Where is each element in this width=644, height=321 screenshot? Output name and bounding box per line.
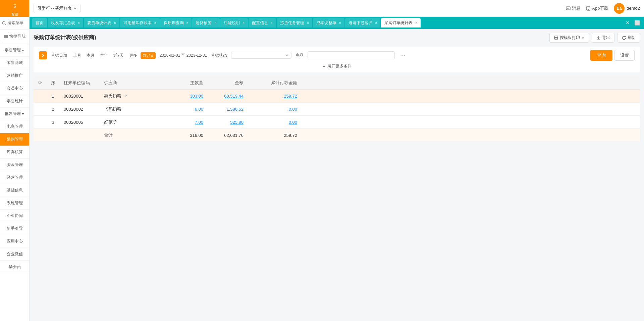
sidebar: 6 标题 搜索菜单 快捷导航 零售管理 ▲ 零售商城 营销推广 会员中心 零售统…	[0, 0, 30, 321]
user-avatar: Ea	[614, 3, 625, 14]
tab-close-icon[interactable]: ×	[114, 21, 116, 25]
settings-button[interactable]: 设置	[614, 50, 635, 61]
tab-close-icon[interactable]: ×	[78, 21, 80, 25]
tab-close-icon[interactable]: ×	[375, 21, 377, 25]
date-filter-label: 单据日期	[51, 53, 67, 58]
td-main-qty[interactable]: 303.00	[167, 90, 207, 103]
supplier-name: 惠氏奶粉	[104, 93, 121, 98]
tab-overstock-alert[interactable]: 超储预警 ×	[192, 18, 220, 28]
td-paid-amount[interactable]: 0.00	[248, 103, 301, 116]
td-paid-amount[interactable]: 259.72	[248, 90, 301, 103]
svg-rect-5	[4, 36, 8, 37]
sidebar-item-enterprise-coop[interactable]: 企业协同	[0, 210, 29, 222]
sidebar-item-purchase-mgmt[interactable]: 采购管理	[0, 133, 29, 146]
query-button[interactable]: 查询	[590, 50, 612, 61]
sidebar-item-inventory[interactable]: 库存核算	[0, 146, 29, 159]
tab-purchase-order-stats[interactable]: 采购订单统计表 ×	[381, 18, 421, 28]
message-button[interactable]: 消息	[566, 5, 581, 11]
table-row[interactable]: 1 00020001 惠氏奶粉 303.00 60,519.44 259.72	[34, 90, 640, 103]
sidebar-item-marketing[interactable]: 营销推广	[0, 69, 29, 82]
expand-icon	[322, 64, 326, 68]
td-amount[interactable]: 525.80	[207, 116, 248, 129]
user-menu[interactable]: Ea demo2	[614, 3, 640, 14]
expand-more-button[interactable]: 展开更多条件	[322, 63, 352, 69]
date-custom-btn[interactable]: 自定义	[141, 52, 156, 59]
tab-pick-task[interactable]: 拣货任务管理 ×	[277, 18, 312, 28]
date-last-month-btn[interactable]: 上月	[71, 52, 83, 59]
tab-close-icon[interactable]: ×	[415, 21, 417, 25]
tabbar: 首页 收发存汇总表 × 要货单统计表 × 可用量库存账本 × 保质期查询 × 超…	[30, 17, 644, 29]
sidebar-item-system-mgmt[interactable]: 系统管理	[0, 197, 29, 210]
tab-home[interactable]: 首页	[32, 18, 47, 28]
sidebar-item-retail-shop[interactable]: 零售商城	[0, 57, 29, 69]
chevron-right-icon	[41, 53, 45, 57]
tab-close-icon[interactable]: ×	[271, 21, 273, 25]
date-this-year-btn[interactable]: 本年	[98, 52, 110, 59]
tab-available-stock[interactable]: 可用量库存账本 ×	[120, 18, 160, 28]
date-7days-btn[interactable]: 近7天	[111, 52, 126, 59]
sidebar-item-operations[interactable]: 经营管理	[0, 171, 29, 184]
td-code-summary	[60, 129, 100, 142]
tab-close-icon[interactable]: ×	[339, 21, 341, 25]
quick-nav-button[interactable]: 快捷导航	[2, 31, 27, 42]
tab-label: 要货单统计表	[87, 20, 111, 26]
sidebar-item-retail-stats[interactable]: 零售统计	[0, 95, 29, 108]
tab-goods-stats[interactable]: 要货单统计表 ×	[84, 18, 119, 28]
tab-receive-summary[interactable]: 收发存汇总表 ×	[48, 18, 83, 28]
sidebar-item-app-center[interactable]: 应用中心	[0, 235, 29, 248]
sidebar-item-enterprise-wechat[interactable]: 企业微信	[0, 248, 29, 261]
topbar: 母婴行业演示账套 消息 App下载 Ea demo2	[30, 0, 644, 17]
tab-function-desc[interactable]: 功能说明 ×	[220, 18, 248, 28]
td-amount[interactable]: 60,519.44	[207, 90, 248, 103]
tab-close-icon[interactable]: ×	[214, 21, 216, 25]
more-options-button[interactable]: ···	[399, 52, 407, 59]
tab-maximize-button[interactable]: ⬜	[633, 19, 641, 26]
username-label: demo2	[627, 6, 640, 11]
tab-expiry-query[interactable]: 保质期查询 ×	[160, 18, 192, 28]
tab-close-icon[interactable]: ×	[154, 21, 156, 25]
tab-cost-adjust[interactable]: 成本调整单 ×	[313, 18, 344, 28]
table-row[interactable]: 3 00020005 好孩子 7.00 525.80 0.00	[34, 116, 640, 129]
account-dropdown[interactable]: 母婴行业演示账套	[34, 4, 80, 13]
td-check	[34, 116, 46, 129]
sidebar-item-finance-mgmt[interactable]: 资金管理	[0, 159, 29, 171]
status-filter-label: 单据状态	[211, 53, 227, 58]
svg-text:6: 6	[13, 3, 16, 9]
tab-invite-downstream[interactable]: 邀请下游客户 ×	[345, 18, 381, 28]
sidebar-item-vip-member[interactable]: 畅会员	[0, 261, 29, 273]
tab-close-icon[interactable]: ×	[307, 21, 309, 25]
td-main-qty[interactable]: 7.00	[167, 116, 207, 129]
refresh-button[interactable]: 刷新	[617, 33, 640, 43]
expand-row-icon[interactable]	[124, 94, 127, 97]
date-this-month-btn[interactable]: 本月	[85, 52, 97, 59]
table-row[interactable]: 2 00020002 飞鹤奶粉 6.00 1,586.52 0.00	[34, 103, 640, 116]
sidebar-item-retail-mgmt[interactable]: 零售管理 ▲	[0, 44, 29, 57]
td-paid-amount[interactable]: 0.00	[248, 116, 301, 129]
sidebar-item-basic-info[interactable]: 基础信息	[0, 184, 29, 197]
svg-line-3	[5, 24, 6, 25]
table-header-row: 序 往来单位编码 供应商 主数量 金额	[34, 76, 640, 90]
supplier-name: 飞鹤奶粉	[104, 106, 121, 111]
tab-close-icon[interactable]: ×	[243, 21, 245, 25]
tab-config-info[interactable]: 配置信息 ×	[249, 18, 276, 28]
main-area: 母婴行业演示账套 消息 App下载 Ea demo2 首页	[30, 0, 644, 321]
sidebar-item-new-guide[interactable]: 新手引导	[0, 222, 29, 235]
print-button[interactable]: 按模板打印	[549, 33, 589, 43]
sidebar-item-member-center[interactable]: 会员中心	[0, 82, 29, 95]
tab-close-icon[interactable]: ×	[186, 21, 189, 25]
tab-label: 保质期查询	[164, 20, 184, 26]
svg-point-2	[2, 21, 5, 24]
td-amount[interactable]: 1,586.52	[207, 103, 248, 116]
app-download-button[interactable]: App下载	[586, 5, 608, 11]
sidebar-item-ecommerce-mgmt[interactable]: 电商管理	[0, 120, 29, 133]
status-select[interactable]	[231, 52, 291, 59]
td-main-qty[interactable]: 6.00	[167, 103, 207, 116]
date-more-btn[interactable]: 更多	[127, 52, 139, 59]
tab-close-all-button[interactable]: ✕	[624, 19, 631, 26]
search-menu-button[interactable]: 搜索菜单	[2, 19, 27, 27]
sidebar-item-wholesale-mgmt[interactable]: 批发管理 ▼	[0, 108, 29, 120]
goods-input[interactable]	[308, 51, 395, 59]
export-button[interactable]: 导出	[592, 33, 614, 43]
td-supplier: 飞鹤奶粉	[100, 103, 167, 116]
filter-toggle-button[interactable]	[39, 51, 47, 59]
